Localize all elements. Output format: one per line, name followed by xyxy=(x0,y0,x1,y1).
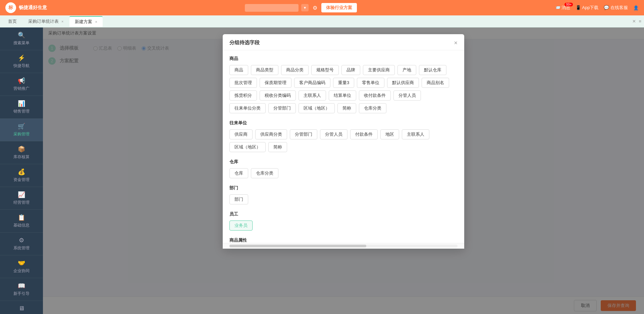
search-input[interactable] xyxy=(245,4,299,12)
dept-chips: 部门 xyxy=(229,194,458,204)
chip-origin[interactable]: 产地 xyxy=(397,65,416,75)
section-title-warehouse: 仓库 xyxy=(229,159,458,165)
sidebar-item-quicknav[interactable]: ⚡ 快捷导航 xyxy=(0,50,43,73)
message-btn[interactable]: 📨 消息 99+ xyxy=(555,5,571,11)
app-download[interactable]: 📱 App下载 xyxy=(576,5,598,11)
chip-region[interactable]: 区域（地区） xyxy=(299,103,335,113)
sidebar-item-operations[interactable]: 📈 经营管理 xyxy=(0,187,43,210)
chip-default-supplier[interactable]: 默认供应商 xyxy=(387,78,419,88)
chip-pick-points[interactable]: 拣货积分 xyxy=(229,90,257,101)
tab-close-purchase[interactable]: × xyxy=(61,19,63,23)
sidebar-item-search[interactable]: 🔍 搜索菜单 xyxy=(0,27,43,50)
chip-party-person[interactable]: 分管人员 xyxy=(320,129,347,139)
chip-payment-terms[interactable]: 收付款条件 xyxy=(359,90,391,101)
chip-party-short[interactable]: 简称 xyxy=(268,142,287,152)
top-header: 标 畅捷通好生意 ▾ ⚙ 体验行业方案 📨 消息 99+ 📱 App下载 💬 在… xyxy=(0,0,644,15)
logo-text: 畅捷通好生意 xyxy=(19,5,47,11)
chip-wh-category[interactable]: 仓库分类 xyxy=(359,103,386,113)
chip-supplier-category[interactable]: 供应商分类 xyxy=(255,129,287,139)
chip-party-contact[interactable]: 主联系人 xyxy=(402,129,429,139)
header-center: ▾ ⚙ 体验行业方案 xyxy=(245,3,357,12)
chip-warehouse[interactable]: 仓库 xyxy=(229,168,248,178)
chip-shelf-life[interactable]: 保质期管理 xyxy=(260,78,291,88)
chip-main-contact[interactable]: 主联系人 xyxy=(299,90,326,101)
chip-party-category[interactable]: 往来单位分类 xyxy=(229,103,266,113)
gear-btn[interactable]: ⚙ xyxy=(311,3,319,12)
chip-product-alias[interactable]: 商品别名 xyxy=(422,78,449,88)
chip-retail-unit[interactable]: 零售单位 xyxy=(357,78,384,88)
chip-pay-terms[interactable]: 付款条件 xyxy=(350,129,378,139)
content-area: 采购订单统计表方案设置 1 选择模板 汇总表 明细表 交叉统计表 2 方案配置 xyxy=(43,27,644,314)
sidebar-item-system[interactable]: ⚙ 系统管理 xyxy=(0,233,43,255)
user-avatar[interactable]: 👤 xyxy=(633,5,639,10)
system-icon: ⚙ xyxy=(19,237,24,244)
modal-close-btn[interactable]: × xyxy=(454,40,458,46)
nav-more[interactable]: ≡ xyxy=(639,19,641,24)
sidebar-item-finance[interactable]: 💰 资金管理 xyxy=(0,164,43,187)
trial-btn[interactable]: 体验行业方案 xyxy=(321,3,357,12)
chip-party-dept[interactable]: 分管部门 xyxy=(290,129,317,139)
chip-supervisor[interactable]: 分管人员 xyxy=(393,90,421,101)
sidebar-item-collab[interactable]: 🤝 企业协同 xyxy=(0,255,43,278)
chip-supplier[interactable]: 供应商 xyxy=(229,129,253,139)
section-party: 往来单位 供应商 供应商分类 分管部门 分管人员 付款条件 地区 主联系人 区域… xyxy=(229,120,458,152)
apps-icon: 🖥 xyxy=(18,305,24,312)
sidebar-item-purchase[interactable]: 🛒 采购管理 xyxy=(0,119,43,141)
chip-settle-unit[interactable]: 结算单位 xyxy=(329,90,356,101)
chip-customer-code[interactable]: 客户商品编码 xyxy=(294,78,330,88)
quicknav-icon: ⚡ xyxy=(18,54,25,62)
sidebar-item-guide[interactable]: 📖 新手引导 xyxy=(0,278,43,301)
modal-scroll-bar[interactable] xyxy=(223,243,464,249)
logo-icon: 标 xyxy=(5,2,16,13)
chip-shortname[interactable]: 简称 xyxy=(337,103,356,113)
sidebar-label-marketing: 营销推广 xyxy=(13,86,30,91)
dropdown-btn[interactable]: ▾ xyxy=(301,4,309,11)
chip-warehouse-cat[interactable]: 仓库分类 xyxy=(251,168,278,178)
logo-area: 标 畅捷通好生意 xyxy=(5,2,47,13)
tab-home[interactable]: 首页 xyxy=(3,16,22,26)
section-title-party: 往来单位 xyxy=(229,120,458,126)
tab-new-plan[interactable]: 新建方案 × xyxy=(69,16,102,27)
section-employee: 员工 业务员 xyxy=(229,211,458,231)
section-title-dept: 部门 xyxy=(229,185,458,191)
chip-salesperson[interactable]: 业务员 xyxy=(229,221,253,231)
modal-body[interactable]: 商品 商品 商品类型 商品分类 规格型号 品牌 主要供应商 产地 默认仓库 批次… xyxy=(223,50,464,243)
hscroll-thumb[interactable] xyxy=(229,245,366,247)
sidebar-item-sales[interactable]: 📊 销售管理 xyxy=(0,96,43,119)
chip-brand[interactable]: 品牌 xyxy=(341,65,360,75)
chip-tax-code[interactable]: 税收分类编码 xyxy=(260,90,296,101)
sidebar-label-purchase: 采购管理 xyxy=(13,131,30,137)
sidebar-item-apps[interactable]: 🖥 应用中心 xyxy=(0,301,43,314)
chip-product-type[interactable]: 商品类型 xyxy=(251,65,278,75)
sidebar-label-sales: 销售管理 xyxy=(13,109,30,114)
search-icon: 🔍 xyxy=(18,32,25,39)
chip-batch-manage[interactable]: 批次管理 xyxy=(229,78,257,88)
chip-weight3[interactable]: 重量3 xyxy=(333,78,354,88)
close-all[interactable]: ✕ xyxy=(632,19,636,24)
chip-default-warehouse[interactable]: 默认仓库 xyxy=(419,65,446,75)
section-title-product-attr: 商品属性 xyxy=(229,237,458,243)
sidebar-label-system: 系统管理 xyxy=(13,245,30,251)
warehouse-chips: 仓库 仓库分类 xyxy=(229,168,458,178)
chip-area[interactable]: 地区 xyxy=(380,129,399,139)
chip-product-category[interactable]: 商品分类 xyxy=(281,65,309,75)
chip-product[interactable]: 商品 xyxy=(229,65,248,75)
chip-department[interactable]: 部门 xyxy=(229,194,248,204)
sidebar-label-finance: 资金管理 xyxy=(13,177,30,183)
sidebar-item-marketing[interactable]: 📢 营销推广 xyxy=(0,73,43,96)
sidebar-item-inventory[interactable]: 📦 库存核算 xyxy=(0,141,43,164)
online-service[interactable]: 💬 在线客服 xyxy=(604,5,628,11)
chip-party-region[interactable]: 区域（地区） xyxy=(229,142,266,152)
section-title-product: 商品 xyxy=(229,56,458,62)
section-dept: 部门 部门 xyxy=(229,185,458,204)
sales-icon: 📊 xyxy=(18,100,25,107)
nav-tabs: 首页 采购订单统计表 × 新建方案 × ✕ ≡ xyxy=(0,15,644,27)
modal-overlay: 分组待选字段 × 商品 商品 商品类型 商品分类 规格型号 品牌 主要供应商 xyxy=(43,27,644,314)
chip-main-supplier[interactable]: 主要供应商 xyxy=(363,65,395,75)
sidebar-item-basic[interactable]: 📋 基础信息 xyxy=(0,210,43,233)
chip-spec-model[interactable]: 规格型号 xyxy=(311,65,339,75)
tab-purchase-order[interactable]: 采购订单统计表 × xyxy=(23,16,69,26)
tab-close-new[interactable]: × xyxy=(95,20,97,24)
guide-icon: 📖 xyxy=(18,282,25,290)
chip-dept[interactable]: 分管部门 xyxy=(268,103,296,113)
